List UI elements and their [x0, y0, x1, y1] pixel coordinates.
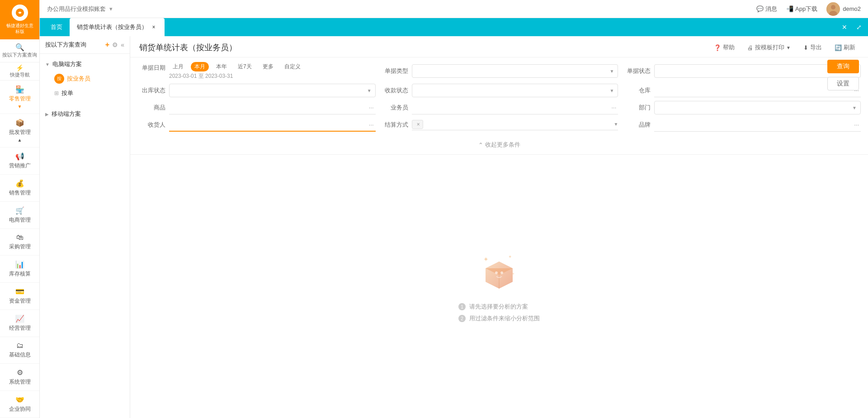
out-status-arrow: ▼ [367, 88, 372, 93]
sidebar-item-wholesale[interactable]: 📦 批发管理 ▲ [0, 114, 39, 147]
receiver-filter-cell: 收货人 ··· [137, 118, 376, 132]
sidebar: 畅捷通好生意 标版 🔍 按以下方案查询 ⚡ 快捷导航 🏪 零售管理 ▼ 📦 批发… [0, 0, 40, 418]
sidebar-item-finance[interactable]: 💳 资金管理 [0, 283, 39, 310]
print-label: 按模板打印 [755, 43, 784, 52]
query-button[interactable]: 查询 [827, 60, 859, 73]
staff-label: 业务员 [380, 104, 412, 112]
sidebar-item-marketing[interactable]: 📢 营销推广 [0, 147, 39, 175]
payment-input-area[interactable]: × ▼ [412, 120, 618, 130]
app-logo[interactable]: 畅捷通好生意 标版 [0, 0, 40, 39]
tab-bar: 首页 销货单统计表（按业务员） × ✕ ⤢ [40, 18, 868, 36]
tab-maximize-button[interactable]: ⤢ [854, 22, 864, 33]
help-button[interactable]: ❓ 帮助 [710, 42, 738, 53]
wholesale-label: 批发管理 [9, 128, 31, 136]
settings-button[interactable]: 设置 [827, 77, 859, 90]
app-sub: 标版 [15, 28, 24, 35]
scheme-mobile-header[interactable]: ▶ 移动端方案 [40, 107, 130, 121]
breadcrumb-arrow[interactable]: ▾ [109, 5, 113, 12]
brand-input[interactable]: ··· [654, 118, 861, 132]
collapse-panel-button[interactable]: « [121, 41, 124, 48]
tip-item-1: 1 请先选择要分析的方案 [458, 303, 540, 311]
app-icon: 📲 [786, 5, 793, 12]
sidebar-item-purchase[interactable]: 🛍 采购管理 [0, 229, 39, 256]
date-range-text: 2023-03-01 至 2023-03-31 [169, 72, 376, 80]
filter-row-1: 单据日期 上月 本月 本年 近7天 更多 自定义 2023-03-01 至 20… [130, 57, 868, 80]
tab-close-button[interactable]: × [150, 24, 157, 31]
payment-arrow[interactable]: ▼ [613, 122, 618, 127]
basic-label: 基础信息 [9, 351, 31, 359]
sidebar-search[interactable]: 🔍 按以下方案查询 [0, 39, 39, 62]
goods-input[interactable]: ··· [169, 101, 376, 114]
staff-input[interactable]: ··· [412, 101, 618, 114]
goods-select[interactable]: ··· [169, 101, 376, 114]
scheme-pc-header[interactable]: ▼ 电脑端方案 [40, 57, 130, 71]
user-area[interactable]: demo2 [826, 2, 861, 16]
svg-point-2 [831, 5, 835, 10]
tab-sales-stat[interactable]: 销货单统计表（按业务员） × [70, 18, 165, 36]
out-status-select[interactable]: ▼ [169, 84, 376, 97]
print-arrow: ▼ [786, 45, 791, 50]
staff-ellipsis: ··· [611, 104, 616, 111]
add-scheme-button[interactable]: + [105, 41, 109, 49]
doc-type-input[interactable]: ▼ [412, 64, 618, 78]
app-download-button[interactable]: 📲 App下载 [786, 5, 817, 13]
receive-status-select[interactable]: ▼ [412, 84, 618, 97]
sidebar-item-cooperation[interactable]: 🤝 企业协同 [0, 391, 39, 418]
receiver-input[interactable]: ··· [169, 118, 376, 132]
receive-status-input[interactable]: ▼ [412, 84, 618, 97]
date-btn-more[interactable]: 更多 [259, 62, 277, 71]
avatar [826, 2, 840, 16]
date-btn-custom[interactable]: 自定义 [281, 62, 304, 71]
receive-status-arrow: ▼ [609, 88, 614, 93]
export-button[interactable]: ⬇ 导出 [800, 42, 826, 53]
staff-select[interactable]: ··· [412, 101, 618, 114]
sidebar-item-inventory[interactable]: 📊 库存核算 [0, 256, 39, 283]
doc-type-arrow: ▼ [609, 69, 614, 74]
sidebar-item-ecommerce[interactable]: 🛒 电商管理 [0, 202, 39, 229]
sidebar-item-retail[interactable]: 🏪 零售管理 ▼ [0, 81, 39, 114]
dept-select[interactable]: ▼ [654, 101, 861, 114]
tip-text-2: 用过滤条件来缩小分析范围 [469, 314, 540, 323]
date-btn-last-month[interactable]: 上月 [169, 62, 187, 71]
out-status-filter-cell: 出库状态 ▼ [137, 84, 376, 97]
print-button[interactable]: 🖨 按模板打印 ▼ [744, 42, 794, 53]
tab-home-label: 首页 [51, 23, 62, 31]
settings-scheme-button[interactable]: ⚙ [112, 41, 118, 48]
sidebar-item-basic[interactable]: 🗂 基础信息 [0, 337, 39, 364]
tab-close-all-button[interactable]: ✕ [839, 22, 850, 33]
tab-home[interactable]: 首页 [43, 18, 70, 36]
date-filter-label: 单据日期 [137, 62, 169, 72]
sidebar-item-operation[interactable]: 📈 经营管理 [0, 310, 39, 337]
scheme-by-staff[interactable]: 按 按业务员 [40, 71, 130, 86]
brand-select[interactable]: ··· [654, 118, 861, 132]
refresh-button[interactable]: 🔄 刷新 [831, 42, 859, 53]
quick-nav[interactable]: ⚡ 快捷导航 [0, 62, 39, 81]
help-label: 帮助 [723, 43, 735, 52]
message-button[interactable]: 💬 消息 [756, 5, 777, 13]
payment-tag-remove[interactable]: × [417, 121, 420, 128]
sidebar-item-system[interactable]: ⚙ 系统管理 [0, 364, 39, 391]
out-status-input[interactable]: ▼ [169, 84, 376, 97]
empty-state: ✦ ✦ ✦ 1 请先选择要分析的方案 2 用过滤条件来缩小分析范围 [130, 155, 868, 418]
operation-icon: 📈 [15, 314, 24, 323]
dept-input[interactable]: ▼ [654, 101, 861, 114]
receiver-select[interactable]: ··· [169, 118, 376, 132]
scheme-by-order-label: 按单 [61, 89, 73, 97]
app-label: App下载 [795, 5, 817, 13]
date-btn-7days[interactable]: 近7天 [234, 62, 255, 71]
scheme-by-order[interactable]: ⊞ 按单 [40, 86, 130, 100]
finance-label: 资金管理 [9, 297, 31, 305]
date-btn-this-month[interactable]: 本月 [191, 62, 209, 71]
date-btn-this-year[interactable]: 本年 [212, 62, 231, 71]
filter-row-4: 收货人 ··· 结算方式 × ▼ [130, 114, 868, 132]
brand-ellipsis: ··· [854, 121, 859, 128]
inventory-label: 库存核算 [9, 270, 31, 278]
scheme-by-order-icon: ⊞ [54, 90, 59, 96]
collapse-filters-button[interactable]: ⌃ 收起更多条件 [471, 139, 528, 151]
dept-label: 部门 [623, 104, 654, 112]
doc-type-select[interactable]: ▼ [412, 64, 618, 78]
sidebar-item-sales[interactable]: 💰 销售管理 [0, 175, 39, 202]
out-status-label: 出库状态 [137, 86, 169, 95]
doc-status-filter-cell: 单据状态 ▼ [623, 62, 861, 80]
user-name: demo2 [843, 5, 861, 12]
